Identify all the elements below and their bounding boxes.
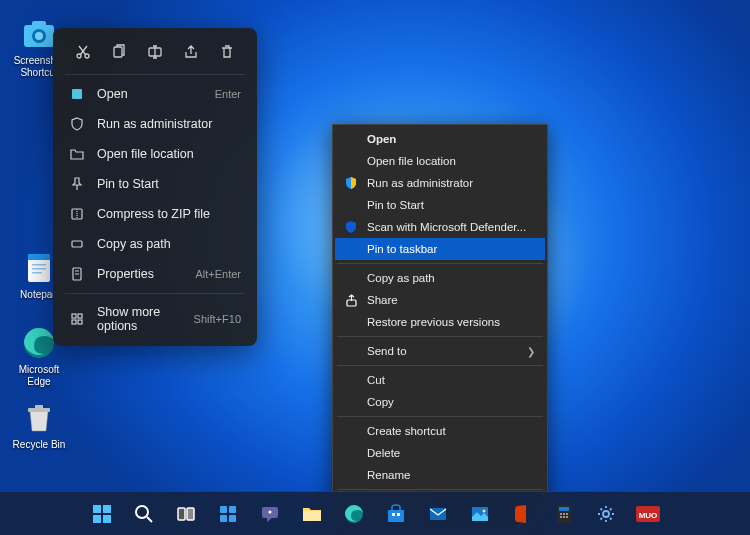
menu-item-compress[interactable]: Compress to ZIP file	[57, 199, 253, 229]
svg-text:MUO: MUO	[639, 511, 658, 520]
svg-rect-31	[187, 508, 194, 520]
properties-icon	[69, 266, 85, 282]
svg-rect-28	[103, 515, 111, 523]
svg-point-50	[566, 513, 568, 515]
svg-rect-25	[93, 505, 101, 513]
desktop-icon-recyclebin[interactable]: Recycle Bin	[8, 399, 70, 451]
menu-item-run-admin[interactable]: Run as administrator	[335, 172, 545, 194]
context-menu-classic: Open Open file location Run as administr…	[332, 124, 548, 519]
svg-point-54	[603, 511, 609, 517]
separator	[337, 336, 543, 337]
recyclebin-icon	[20, 399, 58, 437]
menu-item-send-to[interactable]: Send to❯	[335, 340, 545, 362]
separator	[65, 74, 245, 75]
menu-item-copy-path[interactable]: Copy as path	[335, 267, 545, 289]
svg-rect-27	[93, 515, 101, 523]
menu-item-copy-path[interactable]: Copy as path	[57, 229, 253, 259]
separator	[337, 365, 543, 366]
share-icon[interactable]	[179, 40, 203, 64]
menu-item-delete[interactable]: Delete	[335, 442, 545, 464]
menu-item-open[interactable]: Open	[335, 128, 545, 150]
svg-point-52	[563, 516, 565, 518]
rename-icon[interactable]	[143, 40, 167, 64]
edge-button[interactable]	[335, 496, 373, 532]
zip-icon	[69, 206, 85, 222]
search-button[interactable]	[125, 496, 163, 532]
taskview-button[interactable]	[167, 496, 205, 532]
copy-icon[interactable]	[107, 40, 131, 64]
open-icon	[69, 86, 85, 102]
shield-icon	[343, 175, 359, 191]
menu-item-open-location[interactable]: Open file location	[57, 139, 253, 169]
cut-icon[interactable]	[71, 40, 95, 64]
svg-point-49	[563, 513, 565, 515]
svg-rect-5	[28, 254, 50, 260]
svg-rect-34	[220, 515, 227, 522]
menu-item-open-location[interactable]: Open file location	[335, 150, 545, 172]
menu-item-properties[interactable]: Properties Alt+Enter	[57, 259, 253, 289]
settings-button[interactable]	[587, 496, 625, 532]
svg-point-51	[560, 516, 562, 518]
menu-item-create-shortcut[interactable]: Create shortcut	[335, 420, 545, 442]
svg-rect-14	[114, 47, 122, 57]
svg-rect-35	[229, 515, 236, 522]
mail-button[interactable]	[419, 496, 457, 532]
svg-rect-26	[103, 505, 111, 513]
svg-rect-40	[388, 510, 404, 522]
svg-point-48	[560, 513, 562, 515]
svg-rect-18	[72, 241, 82, 247]
svg-rect-38	[303, 511, 321, 521]
svg-point-53	[566, 516, 568, 518]
menu-item-rename[interactable]: Rename	[335, 464, 545, 486]
path-icon	[69, 236, 85, 252]
svg-rect-23	[78, 320, 82, 324]
muo-button[interactable]: MUO	[629, 496, 667, 532]
menu-item-pin-taskbar[interactable]: Pin to taskbar	[335, 238, 545, 260]
desktop-icon-label: Microsoft Edge	[8, 364, 70, 388]
svg-point-29	[136, 506, 148, 518]
svg-point-13	[85, 54, 89, 58]
menu-item-run-admin[interactable]: Run as administrator	[57, 109, 253, 139]
folder-icon	[69, 146, 85, 162]
menu-item-pin-start[interactable]: Pin to Start	[57, 169, 253, 199]
menu-item-copy[interactable]: Copy	[335, 391, 545, 413]
svg-point-2	[35, 32, 43, 40]
svg-rect-3	[32, 21, 46, 27]
menu-item-restore[interactable]: Restore previous versions	[335, 311, 545, 333]
pin-icon	[69, 176, 85, 192]
office-button[interactable]	[503, 496, 541, 532]
separator	[337, 263, 543, 264]
separator	[337, 416, 543, 417]
chat-button[interactable]	[251, 496, 289, 532]
more-icon	[69, 311, 85, 327]
context-menu-action-row	[57, 34, 253, 70]
shield-icon	[69, 116, 85, 132]
photos-button[interactable]	[461, 496, 499, 532]
menu-item-pin-start[interactable]: Pin to Start	[335, 194, 545, 216]
separator	[65, 293, 245, 294]
share-icon	[343, 292, 359, 308]
widgets-button[interactable]	[209, 496, 247, 532]
svg-point-45	[483, 509, 486, 512]
separator	[337, 489, 543, 490]
menu-item-open[interactable]: Open Enter	[57, 79, 253, 109]
store-button[interactable]	[377, 496, 415, 532]
calculator-button[interactable]	[545, 496, 583, 532]
svg-rect-21	[78, 314, 82, 318]
svg-rect-8	[32, 272, 42, 274]
context-menu-win11: Open Enter Run as administrator Open fil…	[53, 28, 257, 346]
menu-item-more-options[interactable]: Show more options Shift+F10	[57, 298, 253, 340]
svg-rect-11	[35, 405, 43, 409]
menu-item-cut[interactable]: Cut	[335, 369, 545, 391]
desktop-icon-label: Recycle Bin	[13, 439, 66, 451]
menu-item-defender[interactable]: Scan with Microsoft Defender...	[335, 216, 545, 238]
delete-icon[interactable]	[215, 40, 239, 64]
svg-rect-41	[392, 513, 395, 516]
start-button[interactable]	[83, 496, 121, 532]
explorer-button[interactable]	[293, 496, 331, 532]
menu-item-share[interactable]: Share	[335, 289, 545, 311]
svg-rect-22	[72, 320, 76, 324]
svg-rect-43	[430, 508, 446, 520]
chevron-right-icon: ❯	[527, 346, 535, 357]
taskbar: MUO	[0, 491, 750, 535]
